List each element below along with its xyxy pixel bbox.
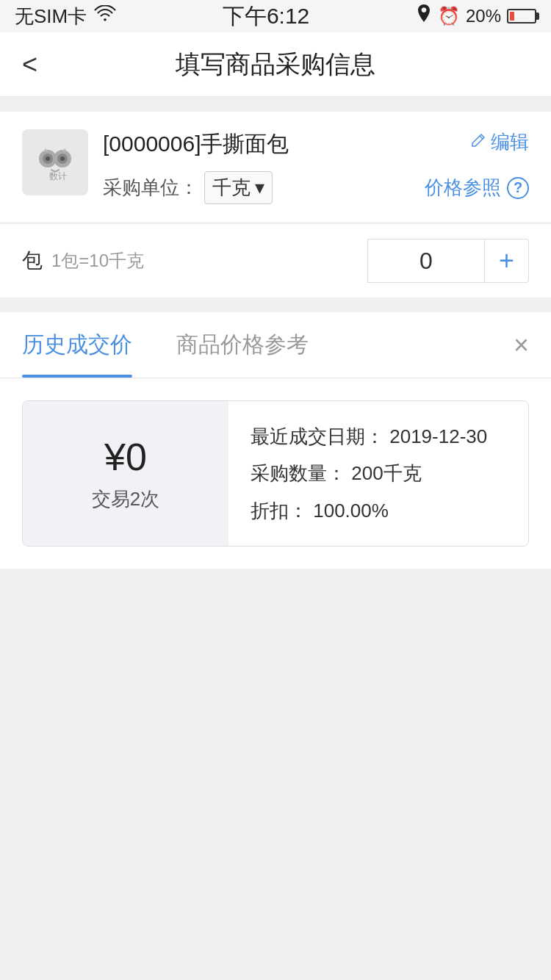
tab-list: 历史成交价 商品价格参考 bbox=[22, 312, 309, 378]
svg-point-4 bbox=[46, 156, 50, 161]
price-section: ¥0 交易2次 最近成交日期： 2019-12-30 采购数量： 200千克 折… bbox=[0, 378, 551, 569]
price-transactions: 交易2次 bbox=[92, 486, 159, 512]
battery-indicator bbox=[507, 9, 536, 24]
recent-date-value: 2019-12-30 bbox=[389, 425, 487, 447]
recent-date-label: 最近成交日期： bbox=[251, 425, 384, 447]
discount-label: 折扣： bbox=[251, 500, 308, 522]
edit-label: 编辑 bbox=[491, 129, 529, 155]
dropdown-arrow-icon: ▾ bbox=[255, 176, 264, 199]
battery-percent: 20% bbox=[466, 6, 501, 26]
quantity-row: 包 1包=10千克 + bbox=[0, 223, 551, 298]
main-content-area bbox=[0, 569, 551, 980]
tab-history-price[interactable]: 历史成交价 bbox=[22, 312, 132, 378]
purchase-qty-label: 采购数量： bbox=[251, 462, 346, 484]
recent-date-row: 最近成交日期： 2019-12-30 bbox=[251, 423, 506, 450]
status-left: 无SIM卡 bbox=[15, 4, 116, 29]
alarm-icon: ⏰ bbox=[438, 6, 460, 26]
tab-product-price-ref[interactable]: 商品价格参考 bbox=[176, 312, 309, 378]
unit-label: 采购单位： bbox=[103, 175, 198, 201]
discount-value: 100.00% bbox=[313, 500, 389, 522]
price-details: 最近成交日期： 2019-12-30 采购数量： 200千克 折扣： 100.0… bbox=[228, 401, 528, 546]
svg-marker-6 bbox=[43, 148, 48, 151]
wifi-icon bbox=[94, 5, 116, 28]
product-thumbnail: 数计 bbox=[22, 129, 88, 195]
location-icon bbox=[416, 4, 432, 28]
price-ref-label: 价格参照 bbox=[425, 175, 501, 201]
svg-point-5 bbox=[60, 156, 65, 161]
unit-info: 包 1包=10千克 bbox=[22, 247, 144, 275]
carrier-text: 无SIM卡 bbox=[15, 4, 87, 29]
unit-value: 千克 bbox=[212, 175, 251, 201]
tab-bar: 历史成交价 商品价格参考 × bbox=[0, 312, 551, 378]
status-time: 下午6:12 bbox=[223, 1, 309, 32]
edit-button[interactable]: 编辑 bbox=[470, 129, 529, 155]
plus-icon: + bbox=[499, 245, 514, 276]
status-right: ⏰ 20% bbox=[416, 4, 536, 28]
discount-row: 折扣： 100.00% bbox=[251, 497, 506, 524]
svg-text:数计: 数计 bbox=[49, 171, 67, 181]
svg-marker-7 bbox=[62, 148, 67, 151]
page-title: 填写商品采购信息 bbox=[176, 48, 375, 82]
purchase-qty-row: 采购数量： 200千克 bbox=[251, 460, 506, 486]
nav-bar: < 填写商品采购信息 bbox=[0, 32, 551, 97]
help-icon: ? bbox=[507, 177, 529, 199]
edit-icon-small bbox=[470, 131, 486, 154]
price-amount: ¥0 bbox=[104, 435, 147, 479]
product-name: [0000006]手撕面包 bbox=[103, 129, 289, 159]
price-card: ¥0 交易2次 最近成交日期： 2019-12-30 采购数量： 200千克 折… bbox=[22, 400, 529, 547]
price-summary: ¥0 交易2次 bbox=[23, 401, 228, 546]
status-bar: 无SIM卡 下午6:12 ⏰ 20% bbox=[0, 0, 551, 32]
quantity-control: + bbox=[367, 239, 529, 283]
product-info: [0000006]手撕面包 编辑 采购单位： 千克 bbox=[103, 129, 529, 204]
price-reference-button[interactable]: 价格参照 ? bbox=[425, 175, 529, 201]
quantity-plus-button[interactable]: + bbox=[485, 239, 529, 283]
unit-badge: 包 bbox=[22, 247, 43, 275]
quantity-input[interactable] bbox=[367, 239, 485, 283]
unit-conversion: 1包=10千克 bbox=[51, 249, 144, 273]
back-button[interactable]: < bbox=[22, 49, 37, 80]
purchase-qty-value: 200千克 bbox=[351, 462, 421, 484]
unit-select[interactable]: 千克 ▾ bbox=[204, 171, 273, 204]
tab-close-button[interactable]: × bbox=[514, 330, 529, 361]
product-card: 数计 [0000006]手撕面包 编辑 采购单位： bbox=[0, 112, 551, 222]
